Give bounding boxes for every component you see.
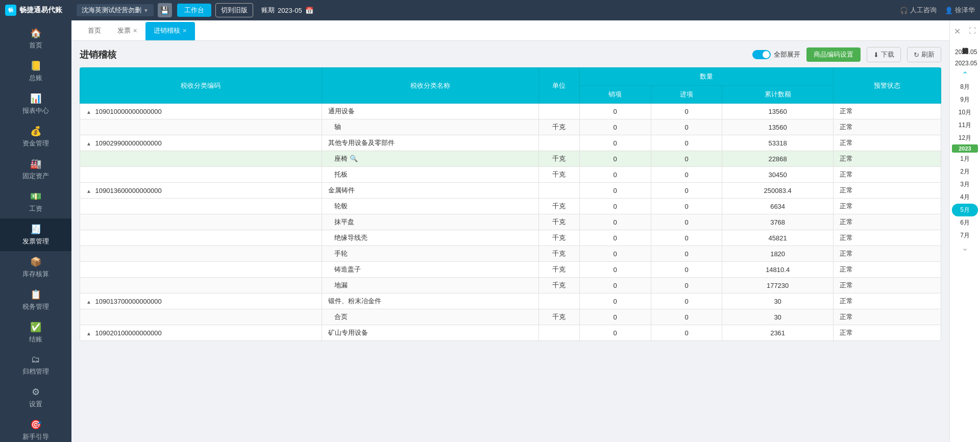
list-item: 托板 <box>322 167 538 183</box>
period-5-current[interactable]: 5月 <box>952 204 978 216</box>
headset-icon: 🎧 <box>900 7 908 14</box>
period-11[interactable]: 11月 <box>952 119 978 132</box>
sidebar-item-tax[interactable]: 📋 税务管理 <box>0 284 71 316</box>
sidebar-item-guide[interactable]: 🎯 新手引导 <box>0 414 71 442</box>
period-7[interactable]: 7月 <box>952 229 978 242</box>
sidebar-label-home: 首页 <box>29 41 42 50</box>
sidebar-item-archive[interactable]: 🗂 归档管理 <box>0 349 71 381</box>
sidebar-label-funds: 资金管理 <box>22 139 49 148</box>
page-title: 进销稽核 <box>80 48 116 61</box>
th-cumulative: 累计数额 <box>722 86 833 104</box>
support-button[interactable]: 🎧 人工咨询 <box>900 6 937 15</box>
logo-text: 畅捷通易代账 <box>19 6 62 15</box>
archive-icon: 🗂 <box>31 354 40 365</box>
sidebar-item-invoice[interactable]: 🧾 发票管理 <box>0 218 71 251</box>
user-name: 徐泽华 <box>955 6 975 15</box>
sidebar-item-assets[interactable]: 🏭 固定资产 <box>0 153 71 186</box>
sidebar-item-inventory[interactable]: 📦 库存核算 <box>0 251 71 284</box>
calendar-icon[interactable]: 📅 <box>305 7 313 14</box>
chevron-down-icon: ▼ <box>143 8 149 13</box>
scroll-up-icon[interactable]: ⌃ <box>952 69 978 81</box>
search-icon[interactable]: 🔍 <box>350 155 358 162</box>
sidebar-item-reports[interactable]: 📊 报表中心 <box>0 88 71 120</box>
refresh-button[interactable]: ↻ 刷新 <box>907 47 941 62</box>
sidebar-item-ledger[interactable]: 📒 总账 <box>0 55 71 88</box>
expand-icon[interactable]: ▲ <box>86 141 91 146</box>
content-area: 首页 发票 ✕ 进销稽核 ✕ 进销稽核 <box>71 20 949 442</box>
period-6[interactable]: 6月 <box>952 216 978 229</box>
salary-icon: 💵 <box>30 191 41 202</box>
page-header: 进销稽核 全部展开 商品编码设置 ⬇ 下载 ↻ 刷新 <box>80 47 941 62</box>
expand-icon[interactable]: ▲ <box>86 188 91 194</box>
period-9[interactable]: 9月 <box>952 93 978 106</box>
tab-home[interactable]: 首页 <box>80 22 109 40</box>
period-1[interactable]: 1月 <box>952 153 978 165</box>
period-item-top2[interactable]: 2023.05 <box>952 58 978 69</box>
list-item: 座椅🔍 <box>322 151 538 167</box>
expand-icon[interactable]: ▲ <box>86 109 91 115</box>
period-12[interactable]: 12月 <box>952 132 978 144</box>
product-code-button[interactable]: 商品编码设置 <box>806 47 861 62</box>
list-item: 轮毂 <box>322 199 538 214</box>
tab-reconcile-close[interactable]: ✕ <box>182 28 187 34</box>
expand-icon[interactable]: ▲ <box>86 299 91 305</box>
funds-icon: 💰 <box>30 126 41 137</box>
th-tax-name: 税收分类名称 <box>322 68 538 104</box>
save-button[interactable]: 💾 <box>158 3 172 17</box>
period-item-top1[interactable]: 2023.05 <box>952 46 978 58</box>
panel-expand-icon[interactable]: ⛶ <box>967 24 978 38</box>
period-display: 账期 2023-05 📅 <box>261 6 313 15</box>
top-actions: 工作台 切到旧版 账期 2023-05 📅 <box>177 3 313 17</box>
tab-invoice[interactable]: 发票 ✕ <box>109 22 145 40</box>
year-label-2023: 2023 <box>952 144 978 153</box>
expand-icon[interactable]: ▲ <box>86 331 91 336</box>
scroll-down-icon[interactable]: ⌄ <box>952 242 978 254</box>
tab-home-label: 首页 <box>88 26 101 35</box>
th-unit: 单位 <box>538 68 579 104</box>
download-button[interactable]: ⬇ 下载 <box>867 47 901 62</box>
reports-icon: 📊 <box>30 93 41 104</box>
table-row: ▲ 109010000000000000 <box>80 104 322 119</box>
list-item: 合页 <box>322 309 538 325</box>
home-icon: 🏠 <box>30 28 41 39</box>
sidebar-label-settlement: 结账 <box>29 335 42 344</box>
sidebar-label-ledger: 总账 <box>29 73 42 83</box>
company-selector[interactable]: 沈海英测试经营勿删 ▼ <box>77 4 154 16</box>
panel-close-icon[interactable]: ✕ <box>952 24 963 38</box>
inventory-icon: 📦 <box>30 256 41 267</box>
data-table: 税收分类编码 税收分类名称 单位 数量 预警状态 销项 进项 累计数额 <box>80 67 941 341</box>
sidebar-label-archive: 归档管理 <box>22 367 49 376</box>
settings-icon: ⚙ <box>32 386 40 398</box>
tab-invoice-close[interactable]: ✕ <box>133 28 137 34</box>
expand-toggle[interactable] <box>752 50 771 59</box>
table-row: ▲ 109029900000000000 <box>80 135 322 151</box>
tab-invoice-label: 发票 <box>117 26 131 35</box>
user-menu[interactable]: 👤 徐泽华 <box>945 6 975 15</box>
sidebar-item-settlement[interactable]: ✅ 结账 <box>0 316 71 349</box>
sidebar-item-salary[interactable]: 💵 工资 <box>0 186 71 218</box>
tab-reconcile[interactable]: 进销稽核 ✕ <box>145 22 195 40</box>
sidebar-item-funds[interactable]: 💰 资金管理 <box>0 120 71 153</box>
logo-icon: 畅 <box>5 5 16 16</box>
period-list: 2023.05 2023.05 ⌃ 8月 9月 10月 11月 12月 2023… <box>950 46 980 254</box>
list-item: 抹平盘 <box>322 214 538 230</box>
list-item: 轴 <box>322 119 538 135</box>
company-name: 沈海英测试经营勿删 <box>82 6 141 15</box>
period-3[interactable]: 3月 <box>952 178 978 191</box>
sidebar-item-home[interactable]: 🏠 首页 <box>0 22 71 55</box>
ledger-icon: 📒 <box>30 60 41 71</box>
period-4[interactable]: 4月 <box>952 191 978 204</box>
sidebar-item-settings[interactable]: ⚙ 设置 <box>0 381 71 414</box>
period-2[interactable]: 2月 <box>952 165 978 178</box>
period-10[interactable]: 10月 <box>952 106 978 119</box>
toggle-label: 全部展开 <box>774 50 800 59</box>
switch-version-button[interactable]: 切到旧版 <box>215 3 253 17</box>
sidebar: 🏠 首页 📒 总账 📊 报表中心 💰 资金管理 🏭 固定资产 💵 工资 <box>0 20 71 442</box>
period-8[interactable]: 8月 <box>952 81 978 93</box>
sidebar-label-tax: 税务管理 <box>22 302 49 311</box>
workbench-button[interactable]: 工作台 <box>177 4 211 17</box>
tab-bar: 首页 发票 ✕ 进销稽核 ✕ <box>71 20 949 41</box>
table-container: 税收分类编码 税收分类名称 单位 数量 预警状态 销项 进项 累计数额 <box>80 67 941 436</box>
th-quantity-group: 数量 <box>579 68 833 86</box>
sidebar-label-salary: 工资 <box>29 204 42 213</box>
